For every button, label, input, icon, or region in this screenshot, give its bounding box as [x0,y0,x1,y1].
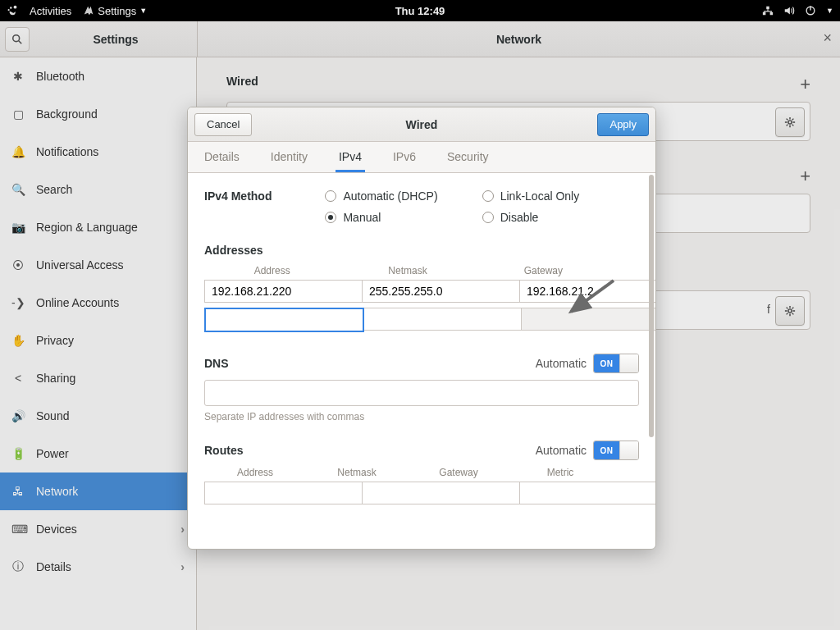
network-status-icon[interactable] [762,5,774,16]
radio-disable[interactable]: Disable [482,211,639,224]
route-gateway-0[interactable] [520,482,655,504]
dns-hint: Separate IP addresses with commas [204,411,639,422]
dialog-headerbar: Cancel Wired Apply [188,107,655,142]
svg-point-0 [14,6,17,9]
dialog-scrollbar[interactable] [649,173,654,549]
tab-ipv4[interactable]: IPv4 [336,150,365,172]
tab-ipv6[interactable]: IPv6 [390,150,419,172]
dialog-title: Wired [406,118,438,131]
svg-rect-3 [763,12,766,16]
netmask-input-1[interactable] [364,308,522,331]
addresses-title: Addresses [204,244,639,257]
addresses-header: Address Netmask Gateway [204,262,639,280]
svg-rect-4 [770,12,774,16]
ipv4-method-label: IPv4 Method [204,189,325,203]
system-menu-chevron-icon[interactable]: ▼ [826,7,833,15]
clock[interactable]: Thu 12:49 [395,5,445,17]
radio-manual[interactable]: Manual [325,211,482,224]
tab-security[interactable]: Security [444,150,492,172]
power-icon[interactable] [805,5,816,16]
dns-automatic-switch[interactable]: ON [593,354,639,373]
tab-details[interactable]: Details [201,150,243,172]
gnome-top-panel: Activities Settings ▼ Thu 12:49 ▼ [0,0,840,21]
svg-point-1 [10,7,11,8]
gateway-input-1[interactable] [522,308,655,331]
dns-title: DNS [204,357,536,370]
routes-automatic-label: Automatic [536,444,587,457]
routes-title: Routes [204,444,536,457]
dns-input[interactable] [204,380,639,406]
route-address-0[interactable] [204,482,363,504]
address-input-0[interactable] [204,280,363,303]
gateway-input-0[interactable] [520,280,655,303]
route-row-0: ✕ [204,482,639,504]
route-netmask-0[interactable] [363,482,520,504]
netmask-input-0[interactable] [363,280,520,303]
svg-rect-5 [766,7,769,10]
routes-automatic-switch[interactable]: ON [593,441,639,460]
dialog-body: IPv4 Method Automatic (DHCP) Manual Link… [188,173,655,549]
radio-linklocal[interactable]: Link-Local Only [482,189,639,203]
svg-rect-7 [810,6,810,10]
activities-button[interactable]: Activities [30,5,71,17]
tab-identity[interactable]: Identity [267,150,311,172]
address-row-0: ✕ [204,280,639,303]
svg-point-2 [8,9,10,11]
app-menu[interactable]: Settings ▼ [83,5,147,17]
settings-app-icon [83,5,94,16]
address-row-1: ✕ [204,308,639,332]
gnome-logo-icon [7,5,18,16]
connection-editor-dialog: Cancel Wired Apply Details Identity IPv4… [187,107,656,550]
address-input-1[interactable] [204,308,364,332]
cancel-button[interactable]: Cancel [194,113,252,136]
routes-header: Address Netmask Gateway Metric [204,463,639,482]
radio-automatic[interactable]: Automatic (DHCP) [325,189,482,203]
volume-icon[interactable] [783,5,795,16]
apply-button[interactable]: Apply [597,113,649,136]
dns-automatic-label: Automatic [536,357,587,370]
dialog-tabs: Details Identity IPv4 IPv6 Security [188,142,655,173]
